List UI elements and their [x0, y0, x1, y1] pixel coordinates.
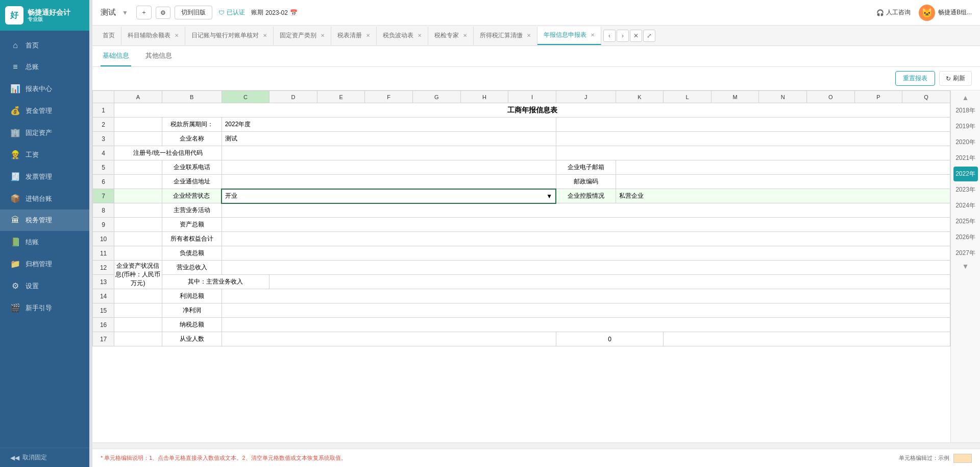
col-header-A[interactable]: A — [114, 91, 162, 103]
cell-11A[interactable] — [114, 246, 162, 261]
refresh-btn[interactable]: ↻ 刷新 — [939, 71, 972, 86]
sidebar-item-close[interactable]: 📗 结账 — [0, 231, 89, 253]
sidebar-item-asset[interactable]: 🏢 固定资产 — [0, 122, 89, 144]
cell-17A[interactable] — [114, 332, 162, 346]
year-scroll-up-btn[interactable]: ▲ — [957, 92, 975, 103]
cell-3J[interactable] — [556, 132, 950, 146]
cell-13B[interactable]: 其中：主营业务收入 — [162, 275, 270, 289]
sidebar-item-inventory[interactable]: 📦 进销台账 — [0, 188, 89, 209]
cell-14C[interactable] — [222, 289, 950, 303]
cell-8C[interactable] — [222, 203, 950, 218]
cell-17L[interactable] — [664, 332, 950, 346]
year-scroll-down-btn[interactable]: ▼ — [957, 261, 975, 271]
inner-tab-other[interactable]: 其他信息 — [143, 46, 174, 66]
cell-13D[interactable] — [270, 275, 950, 289]
cell-16A[interactable] — [114, 318, 162, 332]
cell-12B[interactable]: 营业总收入 — [162, 261, 222, 275]
year-item-2023[interactable]: 2023年 — [953, 182, 978, 197]
sidebar-item-archive[interactable]: 📁 归档管理 — [0, 253, 89, 275]
sidebar-item-guide[interactable]: 🎬 新手引导 — [0, 297, 89, 319]
tab-tax-inspection[interactable]: 税检专家 ✕ — [428, 27, 474, 45]
tab-annual-report[interactable]: 年报信息申报表 ✕ — [537, 27, 601, 45]
sidebar-item-ledger[interactable]: ≡ 总账 — [0, 56, 89, 78]
inner-tab-basic[interactable]: 基础信息 — [101, 46, 131, 66]
cell-2B[interactable]: 税款所属期间： — [162, 118, 222, 132]
cell-6B[interactable]: 企业通信地址 — [162, 175, 222, 189]
title-cell[interactable]: 工商年报信息表 — [114, 103, 950, 118]
tab-bank-reconcile[interactable]: 日记账与银行对账单核对 ✕ — [185, 27, 274, 45]
year-item-2026[interactable]: 2026年 — [953, 230, 978, 245]
sidebar-item-tax[interactable]: 🏛 税务管理 — [0, 209, 89, 231]
tab-tax-list[interactable]: 税表清册 ✕ — [331, 27, 377, 45]
cell-9C[interactable] — [222, 218, 950, 232]
col-header-K[interactable]: K — [616, 91, 664, 103]
cell-5A[interactable] — [114, 160, 162, 175]
calendar-icon[interactable]: 📅 — [290, 9, 298, 16]
tab-next-btn[interactable]: › — [617, 30, 629, 42]
cell-9B[interactable]: 资产总额 — [162, 218, 222, 232]
cell-3A[interactable] — [114, 132, 162, 146]
reset-report-btn[interactable]: 重置报表 — [895, 71, 935, 86]
add-tab-btn[interactable]: ＋ — [136, 6, 152, 19]
cell-11B[interactable]: 负债总额 — [162, 246, 222, 261]
col-header-L[interactable]: L — [664, 91, 712, 103]
tab-close-active-btn[interactable]: ✕ — [591, 32, 595, 38]
cell-14A[interactable] — [114, 289, 162, 303]
tab-close-btn[interactable]: ✕ — [527, 33, 531, 38]
col-header-Q[interactable]: Q — [902, 91, 950, 103]
col-header-D[interactable]: D — [270, 91, 317, 103]
sidebar-item-fund[interactable]: 💰 资金管理 — [0, 100, 89, 122]
col-header-J[interactable]: J — [556, 91, 616, 103]
tab-close-btn[interactable]: ✕ — [175, 33, 179, 38]
chevron-down-icon[interactable]: ▼ — [122, 9, 128, 16]
tab-expand-btn[interactable]: ⤢ — [643, 30, 655, 42]
horizontal-scrollbar[interactable] — [92, 442, 980, 449]
cell-17C[interactable] — [222, 332, 556, 346]
consult-btn[interactable]: 🎧 人工咨询 — [876, 8, 911, 17]
cell-8B[interactable]: 主营业务活动 — [162, 203, 222, 218]
cell-7K[interactable]: 私营企业 — [616, 189, 950, 203]
col-header-H[interactable]: H — [460, 91, 508, 103]
cell-4J[interactable] — [556, 146, 950, 160]
year-item-2018[interactable]: 2018年 — [953, 103, 978, 118]
cell-5K[interactable] — [616, 160, 950, 175]
cell-6J[interactable]: 邮政编码 — [556, 175, 616, 189]
user-info[interactable]: 🐱 畅捷通B组... — [919, 5, 972, 21]
year-item-2024[interactable]: 2024年 — [953, 198, 978, 213]
tab-fixed-asset-category[interactable]: 固定资产类别 ✕ — [274, 27, 331, 45]
cell-6C[interactable] — [222, 175, 556, 189]
cell-7C-dropdown[interactable]: 开业 ▼ — [222, 189, 556, 203]
cell-3C[interactable]: 测试 — [222, 132, 556, 146]
sidebar-collapse-btn[interactable]: ◀◀ 取消固定 — [0, 448, 89, 467]
year-item-2019[interactable]: 2019年 — [953, 119, 978, 134]
cell-15A[interactable] — [114, 303, 162, 318]
tab-home[interactable]: 首页 — [96, 27, 121, 45]
col-header-B[interactable]: B — [162, 91, 222, 103]
cell-2C[interactable]: 2022年度 — [222, 118, 556, 132]
cell-10C[interactable] — [222, 232, 950, 246]
cell-8A[interactable] — [114, 203, 162, 218]
cell-6A[interactable] — [114, 175, 162, 189]
sidebar-item-invoice[interactable]: 🧾 发票管理 — [0, 166, 89, 188]
cell-7B[interactable]: 企业经营状态 — [162, 189, 222, 203]
col-header-E[interactable]: E — [317, 91, 365, 103]
cell-2A[interactable] — [114, 118, 162, 132]
cell-17J[interactable]: 0 — [556, 332, 664, 346]
cell-10B[interactable]: 所有者权益合计 — [162, 232, 222, 246]
cell-10A[interactable] — [114, 232, 162, 246]
tab-close-btn[interactable]: ✕ — [366, 33, 370, 38]
cell-4A[interactable]: 注册号/统一社会信用代码 — [114, 146, 222, 160]
sidebar-item-home[interactable]: ⌂ 首页 — [0, 35, 89, 56]
col-header-N[interactable]: N — [759, 91, 807, 103]
tab-income-tax[interactable]: 所得税汇算清缴 ✕ — [474, 27, 537, 45]
cell-15C[interactable] — [222, 303, 950, 318]
year-item-2025[interactable]: 2025年 — [953, 214, 978, 229]
year-item-2021[interactable]: 2021年 — [953, 151, 978, 166]
year-item-2027[interactable]: 2027年 — [953, 246, 978, 261]
cell-11C[interactable] — [222, 246, 950, 261]
tab-prev-btn[interactable]: ‹ — [603, 30, 616, 42]
col-header-O[interactable]: O — [807, 91, 855, 103]
cell-12A[interactable]: 企业资产状况信息(币种：人民币万元) — [114, 261, 162, 289]
col-header-I[interactable]: I — [508, 91, 556, 103]
tab-close-btn[interactable]: ✕ — [418, 33, 422, 38]
